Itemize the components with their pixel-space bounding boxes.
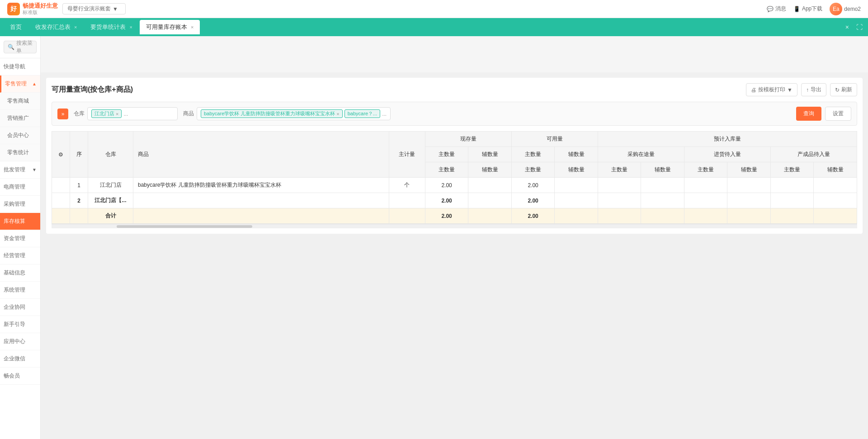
table-row[interactable]: 2 江北门店【... 2.00 2.00 [52,193,857,208]
tab-order-stats[interactable]: 要货单统计表 × [84,20,138,34]
finance-label: 资金管理 [4,235,25,242]
sidebar-item-ecommerce[interactable]: 电商管理 [0,179,40,196]
sidebar-item-enterprise[interactable]: 企业协同 [0,299,40,316]
tab-home[interactable]: 首页 [4,20,28,34]
sidebar-item-inventory[interactable]: 库存核算 [0,213,40,230]
message-btn[interactable]: 💬 消息 [767,5,786,13]
footer-product [133,208,389,224]
logo-main: 畅捷通好生意 [23,2,58,9]
sidebar-item-marketing[interactable]: 营销推广 [0,110,40,127]
table-row[interactable]: 1 江北门店 babycare学饮杯 儿童防摔防撞吸管杯重力球吸嘴杯宝宝水杯 个… [52,178,857,193]
sidebar-item-quick-nav[interactable]: 快捷导航 [0,58,40,76]
footer-pp-aux [814,208,857,224]
warehouse-input[interactable]: 江北门店 × ... [87,107,178,120]
warehouse-tag-value: 江北门店 [94,110,114,117]
settings-btn[interactable]: 设置 [825,107,851,121]
footer-current-main: 2.00 [425,208,468,224]
user-avatar: Ea [830,3,842,15]
page-title: 可用量查询(按仓库+商品) [52,85,133,94]
refresh-btn[interactable]: ↻ 刷新 [830,83,857,96]
sidebar-item-wecom[interactable]: 企业微信 [0,350,40,368]
fullscreen-btn[interactable]: ⛶ [854,22,864,33]
sidebar-item-finance[interactable]: 资金管理 [0,230,40,247]
sidebar-item-member[interactable]: 会员中心 [0,127,40,144]
username-label: demo2 [844,6,861,12]
top-bar-right: 💬 消息 📱 App下载 Ea demo2 [767,3,861,15]
message-label: 消息 [775,5,786,13]
th-available: 可用量 [511,132,598,147]
warehouse-tag-remove[interactable]: × [116,111,118,117]
tab-available-stock[interactable]: 可用量库存账本 × [140,20,200,34]
tab-available-stock-label: 可用量库存账本 [146,23,187,31]
th-av-aux2: 辅数量 [555,162,598,178]
sidebar-item-purchase[interactable]: 采购管理 [0,196,40,213]
th-av-main2: 主数量 [511,162,555,178]
chevron-down-icon: ▼ [787,87,793,93]
user-profile[interactable]: Ea demo2 [830,3,861,15]
guide-label: 新手引导 [4,321,25,328]
sidebar-item-retail-stats[interactable]: 零售统计 [0,144,40,161]
footer-pit-aux [641,208,684,224]
logo-icon: 好 [7,3,20,15]
tab-available-stock-close[interactable]: × [191,24,193,30]
th-pp-aux: 辅数量 [814,162,857,178]
footer-settings [52,208,70,224]
footer-current-aux [468,208,512,224]
query-btn[interactable]: 查询 [796,107,821,121]
sidebar-item-retail[interactable]: 零售管理 ▲ [0,76,40,93]
tab-income-summary[interactable]: 收发存汇总表 × [29,20,83,34]
settings-icon[interactable]: ⚙ [58,151,63,158]
sidebar-item-vip[interactable]: 畅会员 [0,368,40,385]
export-btn[interactable]: ↑ 导出 [801,83,826,96]
template-print-btn[interactable]: 🖨 按模板打印 ▼ [746,83,797,96]
scrollbar-thumb[interactable] [117,225,252,228]
sidebar-item-operation[interactable]: 经营管理 [0,247,40,264]
product-tag-1-remove[interactable]: × [336,111,339,117]
sidebar-item-wholesale[interactable]: 批发管理 ▼ [0,161,40,179]
row1-avail-aux [555,178,598,193]
sidebar-item-app-center[interactable]: 应用中心 [0,333,40,350]
app-download-btn[interactable]: 📱 App下载 [793,5,822,13]
row2-ig-main [684,193,727,208]
footer-ig-aux [727,208,771,224]
tab-bar: 首页 收发存汇总表 × 要货单统计表 × 可用量库存账本 × × ⛶ [0,18,868,36]
row2-pit-aux [641,193,684,208]
row1-no: 1 [70,178,88,193]
industry-selector[interactable]: 母婴行业演示账套 ▼ [62,3,126,14]
close-all-btn[interactable]: × [844,22,851,33]
row1-current-aux [468,178,512,193]
vip-label: 畅会员 [4,372,20,380]
tab-order-stats-close[interactable]: × [129,24,132,30]
th-current-aux: 辅数量 [468,147,512,162]
page-container: 可用量查询(按仓库+商品) 🖨 按模板打印 ▼ ↑ 导出 ↻ 刷新 [46,78,863,234]
row1-pit-main [598,178,641,193]
sidebar-item-guide[interactable]: 新手引导 [0,316,40,333]
refresh-icon: ↻ [835,87,840,93]
app-icon: 📱 [793,6,800,12]
th-cs-aux2: 辅数量 [468,162,512,178]
tab-income-summary-close[interactable]: × [74,24,77,30]
filter-area: » 仓库 江北门店 × ... 商品 babycare学饮杯 儿童防摔防撞吸管杯… [52,102,857,126]
refresh-label: 刷新 [841,86,852,94]
search-menu-btn[interactable]: 🔍 搜索菜单 [4,41,37,53]
th-no: ⚙ [52,132,70,178]
logo-sub: 标准版 [23,9,58,15]
product-input[interactable]: babycare学饮杯 儿童防摔防撞吸管杯重力球吸嘴杯宝宝水杯 × babyca… [197,107,391,120]
th-ig-main: 主数量 [684,162,727,178]
th-pp-main: 主数量 [770,162,814,178]
footer-ig-main [684,208,727,224]
purchase-label: 采购管理 [4,200,25,208]
row2-avail-main: 2.00 [511,193,555,208]
filter-actions: 查询 设置 [796,107,851,121]
filter-expand-btn[interactable]: » [57,109,68,119]
sidebar-item-system[interactable]: 系统管理 [0,282,40,299]
sidebar-item-basic[interactable]: 基础信息 [0,264,40,282]
warehouse-more[interactable]: ... [123,111,128,117]
sidebar-item-retail-mall[interactable]: 零售商城 [0,93,40,110]
warehouse-filter-label: 仓库 [74,110,85,118]
export-label: 导出 [811,86,821,94]
main-content: 可用量查询(按仓库+商品) 🖨 按模板打印 ▼ ↑ 导出 ↻ 刷新 [41,72,868,439]
operation-label: 经营管理 [4,252,25,260]
basic-label: 基础信息 [4,269,25,277]
product-more[interactable]: ... [382,111,387,117]
